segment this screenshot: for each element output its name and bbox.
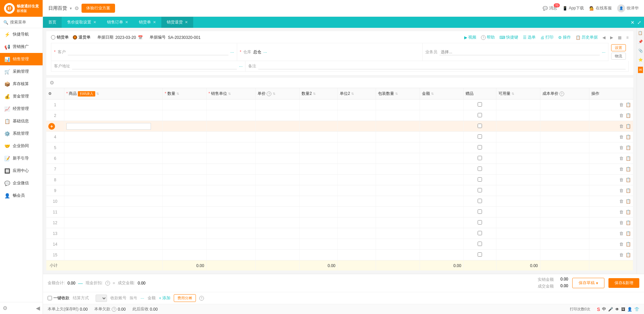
cell-quantity[interactable] xyxy=(163,196,206,207)
cell-cost-unit[interactable] xyxy=(540,110,589,121)
cell-available[interactable] xyxy=(496,250,540,260)
sidebar-item-sales[interactable]: 📊 销售管理 xyxy=(0,53,43,65)
right-icon-1[interactable]: 📋 xyxy=(638,30,643,35)
cell-unit2[interactable] xyxy=(338,207,376,217)
cell-unit2[interactable] xyxy=(338,175,376,185)
account-dots[interactable]: ··· xyxy=(141,296,144,301)
delete-row-icon[interactable]: 🗑 xyxy=(619,252,624,257)
tab-sale-setting-close[interactable]: ✕ xyxy=(93,20,96,24)
cell-unit-price[interactable] xyxy=(256,217,299,228)
cell-unit-price[interactable] xyxy=(256,185,299,196)
cell-gift[interactable] xyxy=(464,100,496,110)
cell-gift[interactable] xyxy=(464,142,496,153)
cell-product[interactable] xyxy=(64,207,163,217)
cell-unit2[interactable] xyxy=(338,185,376,196)
cell-qty2[interactable] xyxy=(299,164,337,175)
cell-unit2[interactable] xyxy=(338,110,376,121)
table-settings-icon[interactable]: ⚙ xyxy=(50,80,54,86)
right-icon-4[interactable]: ⭐ xyxy=(638,58,643,62)
cell-gift[interactable] xyxy=(464,207,496,217)
gift-checkbox[interactable] xyxy=(478,220,482,225)
cell-qty2[interactable] xyxy=(299,175,337,185)
cell-unit2[interactable] xyxy=(338,196,376,207)
cell-unit-price[interactable] xyxy=(256,153,299,164)
settings-btn[interactable]: 设置 xyxy=(611,44,626,51)
sidebar-item-basic[interactable]: 📋 基础信息 xyxy=(0,115,43,127)
cell-gift[interactable] xyxy=(464,250,496,260)
gift-checkbox[interactable] xyxy=(478,102,482,107)
gift-checkbox[interactable] xyxy=(478,124,482,128)
cell-cost-unit[interactable] xyxy=(540,164,589,175)
cell-quantity[interactable] xyxy=(163,153,206,164)
cell-unit-price[interactable] xyxy=(256,250,299,260)
cell-gift[interactable] xyxy=(464,153,496,164)
copy-row-icon[interactable]: 📋 xyxy=(626,220,631,225)
cell-qty2[interactable] xyxy=(299,142,337,153)
sidebar-item-purchase[interactable]: 🛒 采购管理 xyxy=(0,65,43,78)
view-detail-icon[interactable]: ≡ xyxy=(626,35,629,40)
tab-sale-return[interactable]: 销货退货 ✕ xyxy=(161,17,193,28)
delete-row-icon[interactable]: 🗑 xyxy=(619,188,624,193)
delete-row-icon[interactable]: 🗑 xyxy=(619,102,624,107)
right-icon-3[interactable]: 📎 xyxy=(638,49,643,53)
dropdown-icon[interactable]: ▾ xyxy=(70,6,72,11)
cell-qty2[interactable] xyxy=(299,207,337,217)
save-draft-btn[interactable]: 保存草稿 ▾ xyxy=(572,278,604,288)
cell-amount[interactable] xyxy=(420,217,463,228)
cell-unit-price[interactable] xyxy=(256,228,299,239)
copy-row-icon[interactable]: 📋 xyxy=(626,199,631,204)
customer-dots[interactable]: ··· xyxy=(230,50,234,55)
th-amount-sort[interactable]: ⇅ xyxy=(431,92,434,96)
copy-row-icon[interactable]: 📋 xyxy=(626,134,631,139)
cell-unit2[interactable] xyxy=(338,132,376,142)
cell-gift[interactable] xyxy=(464,164,496,175)
logistics-btn[interactable]: 物流 xyxy=(611,53,626,60)
sidebar-item-finance[interactable]: 💰 资金管理 xyxy=(0,90,43,103)
gift-checkbox[interactable] xyxy=(478,167,482,171)
cell-qty2[interactable] xyxy=(299,217,337,228)
cell-available[interactable] xyxy=(496,121,540,132)
gift-checkbox[interactable] xyxy=(478,113,482,117)
cell-available[interactable] xyxy=(496,142,540,153)
cell-gift[interactable] xyxy=(464,196,496,207)
shortcut-btn[interactable]: ⌨ 快捷键 xyxy=(499,35,518,40)
cell-gift[interactable] xyxy=(464,132,496,142)
close-current-tab-icon[interactable]: ✕ xyxy=(631,20,635,25)
cell-quantity[interactable] xyxy=(163,250,206,260)
cell-qty2[interactable] xyxy=(299,132,337,142)
cell-pack-qty[interactable] xyxy=(376,217,420,228)
cell-sale-unit[interactable] xyxy=(206,196,256,207)
cell-amount[interactable] xyxy=(420,110,463,121)
cell-cost-unit[interactable] xyxy=(540,132,589,142)
tool-icon-img[interactable]: 🖼 xyxy=(621,307,625,312)
cell-pack-qty[interactable] xyxy=(376,175,420,185)
cell-cost-unit[interactable] xyxy=(540,217,589,228)
cell-cost-unit[interactable] xyxy=(540,250,589,260)
cell-available[interactable] xyxy=(496,110,540,121)
scan-input-btn[interactable]: 扫码录入 xyxy=(78,91,95,97)
cell-quantity[interactable] xyxy=(163,100,206,110)
select-btn[interactable]: ☰ 选单 xyxy=(523,35,536,40)
cell-amount[interactable] xyxy=(420,196,463,207)
gift-checkbox[interactable] xyxy=(478,231,482,235)
user-info[interactable]: 👤 徐泽华 xyxy=(617,4,639,12)
fee-split-btn[interactable]: 费用分摊 xyxy=(174,294,196,302)
th-pack-sort[interactable]: ⇅ xyxy=(395,92,398,96)
cell-available[interactable] xyxy=(496,185,540,196)
cell-product[interactable] xyxy=(64,217,163,228)
delete-row-icon[interactable]: 🗑 xyxy=(619,231,624,236)
cell-unit-price[interactable] xyxy=(256,121,299,132)
print-btn[interactable]: 🖨 打印 xyxy=(540,35,553,40)
cell-gift[interactable] xyxy=(464,228,496,239)
cell-unit-price[interactable] xyxy=(256,100,299,110)
tool-icon-eye[interactable]: 👁 xyxy=(615,307,619,312)
tool-icon-zh[interactable]: 中 xyxy=(602,306,606,312)
copy-row-icon[interactable]: 📋 xyxy=(626,188,631,193)
cell-amount[interactable] xyxy=(420,100,463,110)
cell-sale-unit[interactable] xyxy=(206,164,256,175)
sidebar-item-operation[interactable]: 📈 经营管理 xyxy=(0,103,43,115)
cell-available[interactable] xyxy=(496,217,540,228)
help-btn[interactable]: ? 帮助 xyxy=(481,35,495,40)
cell-amount[interactable] xyxy=(420,228,463,239)
cell-unit-price[interactable] xyxy=(256,239,299,250)
